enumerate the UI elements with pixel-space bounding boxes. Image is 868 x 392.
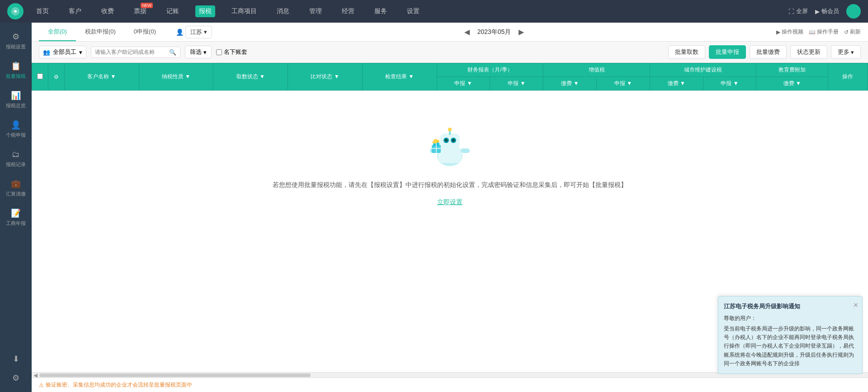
nav-bookkeeping[interactable]: 记账: [163, 5, 183, 17]
th-education-surcharge: 教育费附加: [756, 63, 828, 77]
th-compare-status: 比对状态 ▼: [288, 63, 363, 91]
annual-report-icon: 📝: [11, 208, 21, 218]
sidebar-item-download[interactable]: ⬇: [0, 349, 32, 368]
nav-operation[interactable]: 经营: [338, 5, 358, 17]
batch-declare-btn[interactable]: 批量申报: [709, 45, 746, 59]
sidebar-item-settings[interactable]: ⚙: [0, 368, 32, 387]
video-icon: ▶: [776, 29, 780, 35]
province-selector[interactable]: 江苏 ▾: [185, 26, 212, 38]
app-logo[interactable]: [7, 3, 24, 19]
svg-rect-3: [440, 134, 460, 149]
content-area: ⚙ 客户名称 ▼ 纳税性质 ▼ 取数状态 ▼ 比对状态 ▼ 检查结果 ▼ 财务报…: [32, 63, 868, 392]
sidebar-item-settlement[interactable]: 💼 汇算清缴: [0, 174, 32, 202]
scroll-thumb[interactable]: [39, 373, 311, 377]
tax-settings-icon: ⚙: [11, 32, 21, 42]
nav-tax[interactable]: 报税: [195, 5, 215, 17]
th-city-pay: 缴费 ▼: [650, 77, 703, 91]
top-navigation: 首页 客户 收费 票据 NEW 记账 报税 工商项目 消息 管理 经营 服务 设…: [0, 0, 868, 23]
tab-tax-declaration[interactable]: 税款申报(0): [76, 23, 125, 41]
refresh-icon: ↺: [844, 29, 849, 35]
notification-panel: ✕ 江苏电子税务局升级影响通知 尊敬的用户： 受当前电子税务局进一步升级的影响，…: [718, 296, 863, 374]
th-checkbox: [32, 63, 48, 91]
select-all-checkbox[interactable]: [37, 73, 43, 79]
setup-link[interactable]: 立即设置: [437, 198, 462, 206]
th-settings[interactable]: ⚙: [48, 63, 65, 91]
svg-rect-14: [436, 143, 437, 153]
th-operation: 操作: [828, 63, 868, 91]
main-content: 全部(0) 税款申报(0) 0申报(0) 👤 江苏 ▾ ◀ 2023年05月 ▶: [32, 23, 868, 392]
nav-fee[interactable]: 收费: [98, 5, 118, 17]
nav-service[interactable]: 服务: [371, 5, 391, 17]
batch-pay-btn[interactable]: 批量缴费: [750, 45, 787, 59]
accounts-checkbox[interactable]: [216, 49, 222, 55]
scroll-left-arrow[interactable]: ◀: [33, 372, 38, 378]
fullscreen-icon: ⛶: [788, 8, 794, 15]
th-fetch-status: 取数状态 ▼: [213, 63, 288, 91]
next-month-btn[interactable]: ▶: [516, 27, 527, 38]
tab-all[interactable]: 全部(0): [39, 23, 76, 41]
filter-dropdown-icon: ▾: [203, 49, 207, 56]
sidebar-item-tax-records[interactable]: 🗂 报税记录: [0, 145, 32, 172]
tab-bar: 全部(0) 税款申报(0) 0申报(0) 👤 江苏 ▾ ◀ 2023年05月 ▶: [32, 23, 868, 42]
member-btn[interactable]: ▶ 畅会员: [815, 7, 839, 15]
notification-salutation: 尊敬的用户：: [724, 314, 857, 323]
nav-message[interactable]: 消息: [273, 5, 293, 17]
th-city-declare: 申报 ▼: [597, 77, 650, 91]
new-badge: NEW: [141, 3, 153, 8]
tax-records-icon: 🗂: [11, 149, 21, 159]
sidebar-item-tax-settings[interactable]: ⚙ 报税设置: [0, 27, 32, 55]
province-person-icon: 👤: [176, 29, 184, 36]
tax-overview-icon: 📊: [11, 91, 21, 100]
nav-manage[interactable]: 管理: [306, 5, 326, 17]
tab-zero-declaration[interactable]: 0申报(0): [125, 23, 165, 41]
date-navigator: ◀ 2023年05月 ▶: [462, 27, 527, 38]
empty-state: 若您想使用批量报税功能，请先在【报税设置】中进行报税的初始化设置，完成密码验证和…: [32, 91, 868, 225]
notification-title: 江苏电子税务局升级影响通知: [724, 302, 857, 311]
filter-row-right: 批量取数 批量申报 批量缴费 状态更新 更多 ▾: [668, 45, 861, 59]
more-btn[interactable]: 更多 ▾: [831, 45, 861, 59]
sidebar: ⚙ 报税设置 📋 批量报税 📊 报税总览 👤 个税申报 🗂 报税记录 💼 汇算清…: [0, 23, 32, 392]
status-warning: ⚠ 验证账密、采集信息均成功的企业才会流转至批量报税页面中: [39, 381, 192, 389]
nav-invoice[interactable]: 票据 NEW: [130, 5, 150, 17]
filter-row: 👥 全部员工 ▾ 🔍 筛选 ▾ 名下账套 批量取数 批量申报 批量缴费 状态更新: [32, 42, 868, 63]
sidebar-item-personal-tax[interactable]: 👤 个税申报: [0, 115, 32, 143]
notification-close-btn[interactable]: ✕: [853, 300, 859, 310]
nav-settings[interactable]: 设置: [403, 5, 423, 17]
book-icon: 📖: [809, 29, 816, 35]
th-edu-declare: 申报 ▼: [703, 77, 756, 91]
accounts-checkbox-label[interactable]: 名下账套: [216, 48, 247, 56]
sidebar-item-annual-report[interactable]: 📝 工商年报: [0, 204, 32, 231]
search-icon[interactable]: 🔍: [169, 49, 176, 56]
robot-illustration: [423, 118, 477, 172]
operation-video-btn[interactable]: ▶ 操作视频: [776, 28, 803, 36]
th-vat-pay: 缴费 ▼: [543, 77, 597, 91]
user-avatar[interactable]: [846, 4, 861, 19]
th-customer-name: 客户名称 ▼: [65, 63, 139, 91]
refresh-btn[interactable]: ↺ 刷新: [844, 28, 861, 36]
prev-month-btn[interactable]: ◀: [462, 27, 472, 38]
search-input[interactable]: [95, 49, 167, 55]
nav-industrial[interactable]: 工商项目: [228, 5, 260, 17]
svg-rect-11: [461, 148, 470, 153]
filter-button[interactable]: 筛选 ▾: [185, 46, 212, 58]
member-icon: ▶: [815, 8, 820, 15]
operation-manual-btn[interactable]: 📖 操作手册: [809, 28, 839, 36]
main-layout: ⚙ 报税设置 📋 批量报税 📊 报税总览 👤 个税申报 🗂 报税记录 💼 汇算清…: [0, 23, 868, 392]
sidebar-item-batch-tax[interactable]: 📋 批量报税: [0, 57, 32, 84]
svg-point-18: [434, 139, 438, 142]
sidebar-item-tax-overview[interactable]: 📊 报税总览: [0, 86, 32, 114]
staff-icon: 👥: [43, 49, 50, 56]
nav-customer[interactable]: 客户: [65, 5, 85, 17]
fullscreen-btn[interactable]: ⛶ 全屏: [788, 7, 808, 15]
batch-fetch-btn[interactable]: 批量取数: [668, 45, 705, 59]
settings-icon: ⚙: [11, 373, 21, 383]
sidebar-bottom: ⬇ ⚙: [0, 349, 32, 392]
th-tax-type: 纳税性质 ▼: [139, 63, 213, 91]
status-update-btn[interactable]: 状态更新: [790, 45, 827, 59]
th-financial-declare: 申报 ▼: [437, 77, 490, 91]
empty-message: 若您想使用批量报税功能，请先在【报税设置】中进行报税的初始化设置，完成密码验证和…: [273, 181, 627, 189]
bottom-bar: ⚠ 验证账密、采集信息均成功的企业才会流转至批量报税页面中: [32, 378, 868, 392]
svg-point-9: [448, 128, 452, 131]
staff-select[interactable]: 👥 全部员工 ▾: [39, 46, 86, 58]
nav-home[interactable]: 首页: [33, 5, 52, 17]
